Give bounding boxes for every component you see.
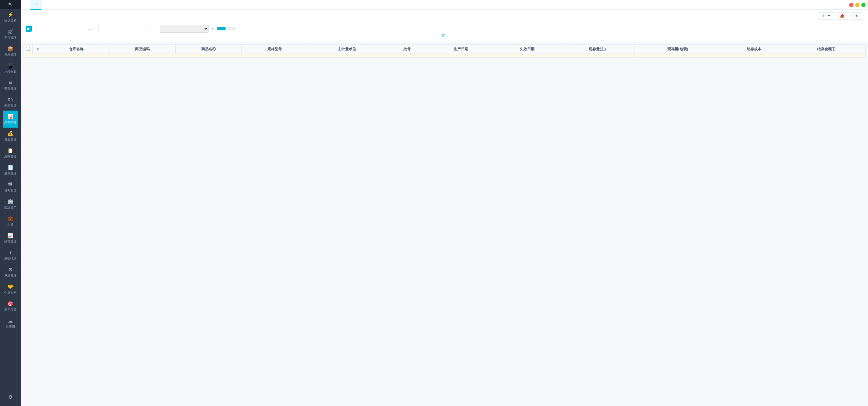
hr-icon: 💼 [7,216,13,222]
category-filter-select[interactable] [160,25,209,33]
expand-conditions-button[interactable]: ☑ [442,34,447,38]
export-button[interactable]: 📤 [837,12,849,20]
sidebar-item-tax[interactable]: 🏛税务管理 [3,179,18,196]
sidebar-item-invoice[interactable]: 🧾发票管理 [3,162,18,179]
sidebar-item-label: 工资 [7,222,13,227]
sidebar-item-hr[interactable]: 💼工资 [3,212,18,230]
sidebar-item-general[interactable]: 📋总账管理 [3,145,18,162]
sidebar-item-asset[interactable]: 💰资金管理 [3,128,18,145]
product-filter-input[interactable] [98,25,147,32]
general-icon: 📋 [7,148,13,154]
table-container[interactable]: # 仓库名称 商品编码 商品名称 规格型号 主计量单位 批号 生产日期 失效日期… [21,42,868,406]
quick-nav-icon: ⚡ [7,12,13,18]
asset-icon: 💰 [7,131,13,136]
sidebar-item-label: 快捷导航 [4,19,17,23]
sidebar-item-label: 资金管理 [4,137,17,142]
inventory-table: # 仓库名称 商品编码 商品名称 规格型号 主计量单位 批号 生产日期 失效日期… [23,44,866,58]
search-button[interactable] [217,27,226,30]
print-button[interactable]: 🖨 ▼ [818,12,834,20]
total-qty [634,54,721,58]
col-checkbox[interactable] [24,45,33,54]
filter-row: ▶ ... ... ▼ [26,25,863,33]
sidebar-item-label: 系统管理 [4,273,17,278]
export-icon: 📤 [840,14,844,18]
win-close-btn[interactable] [849,3,854,7]
total-label [43,54,634,58]
base-icon: ℹ [9,250,11,256]
col-code-header: 商品编码 [109,45,175,54]
sidebar-item-ecom[interactable]: 🖥电商管理 [3,77,18,94]
sidebar-item-label: 固定资产 [4,205,17,209]
sidebar-item-cloud[interactable]: ☁云应用 [3,315,18,332]
expand-checkbox-icon: ☑ [442,34,445,38]
category-chevron-icon: ▼ [211,27,215,31]
inventory-icon: 📊 [7,113,13,120]
sidebar-item-label: 零售管理 [4,36,17,40]
col-unitcost-header: 结存成本 [721,45,787,54]
col-expdate-header: 失效日期 [494,45,560,54]
total-label-cell [24,54,43,58]
tab-inventory-batch[interactable]: × [30,0,41,10]
col-proddate-header: 生产日期 [428,45,494,54]
show-icon: 👁 [855,14,859,18]
ecom-icon: 🖥 [8,80,13,86]
sidebar-item-biz[interactable]: 📈经营管理 [3,230,18,247]
sidebar-item-settings[interactable]: ⚙ [7,391,14,403]
sys-icon: ⚙ [8,267,12,273]
cloud-icon: ☁ [8,318,13,324]
header-actions: 🖨 ▼ 📤 👁 [818,12,863,20]
sidebar-item-label: 总账管理 [4,155,17,159]
sidebar-item-label: 批发管理 [4,53,17,57]
wholesale-icon: 📦 [7,46,13,52]
biz-icon: 📈 [7,233,13,238]
col-qtymain-header: 现存量(主) [560,45,634,54]
sidebar-item-sys[interactable]: ⚙系统管理 [3,264,18,281]
sidebar-item-label: 税务管理 [4,188,17,193]
win-max-btn[interactable] [861,3,866,7]
top-tabs: × [21,0,868,10]
total-amount [787,54,865,58]
sidebar-item-wholesale[interactable]: 📦批发管理 [3,43,18,60]
col-name-header: 商品名称 [175,45,242,54]
retail-icon: 🛒 [7,29,13,35]
sidebar-item-label: 基础信息 [4,257,17,261]
sidebar-item-label: 库存核算 [4,120,17,125]
sidebar-item-label: 新手引导 [4,308,17,312]
col-spec-header: 规格型号 [242,45,308,54]
sidebar-item-fixed-asset[interactable]: 🏢固定资产 [3,196,18,212]
purchase-icon: 🛍 [8,97,13,102]
sidebar-item-label: 企业协同 [4,291,17,295]
sidebar-item-purchase[interactable]: 🛍采购管理 [3,94,18,110]
sidebar-item-newbie[interactable]: 🎯新手引导 [3,298,18,315]
sidebar-search[interactable]: 🔍 [0,0,21,9]
tab-home[interactable] [23,0,30,10]
sidebar-item-label: 经营管理 [4,239,17,244]
sidebar-item-quick-nav[interactable]: ⚡快捷导航 [3,9,18,26]
settings-icon: ⚙ [8,394,12,400]
sidebar-item-label: 云应用 [6,325,15,329]
sidebar-item-label: 电商管理 [4,87,17,91]
col-amount-header: 结存金额① [787,45,865,54]
sidebar-item-base[interactable]: ℹ基础信息 [3,247,18,264]
print-icon: 🖨 [821,14,825,18]
col-qtypkg-header: 现存量(包装) [634,45,721,54]
col-index-header: # [33,45,43,54]
sidebar-item-retail[interactable]: 🛒零售管理 [3,26,18,43]
show-button[interactable]: 👁 [851,12,863,20]
col-warehouse-header: 仓库名称 [43,45,110,54]
sidebar: 🔍 ⚡快捷导航🛒零售管理📦批发管理📱小程电商🖥电商管理🛍采购管理📊库存核算💰资金… [0,0,21,406]
collapse-button[interactable]: ▶ [26,26,32,32]
sidebar-item-label: 采购管理 [4,103,17,107]
win-min-btn[interactable] [855,3,860,7]
sidebar-item-mini-ecom[interactable]: 📱小程电商 [3,60,18,77]
collab-icon: 🤝 [7,284,13,290]
settings-button[interactable] [228,27,235,30]
warehouse-filter-input[interactable] [37,25,85,32]
table-header-row: # 仓库名称 商品编码 商品名称 规格型号 主计量单位 批号 生产日期 失效日期… [24,45,866,54]
select-all-checkbox[interactable] [26,47,30,51]
tab-close-icon[interactable]: × [36,3,38,6]
sidebar-item-label: 发票管理 [4,171,17,176]
sidebar-item-collab[interactable]: 🤝企业协同 [3,281,18,298]
sidebar-item-inventory[interactable]: 📊库存核算 [3,110,18,128]
filter-dots-1: ... [89,27,92,31]
